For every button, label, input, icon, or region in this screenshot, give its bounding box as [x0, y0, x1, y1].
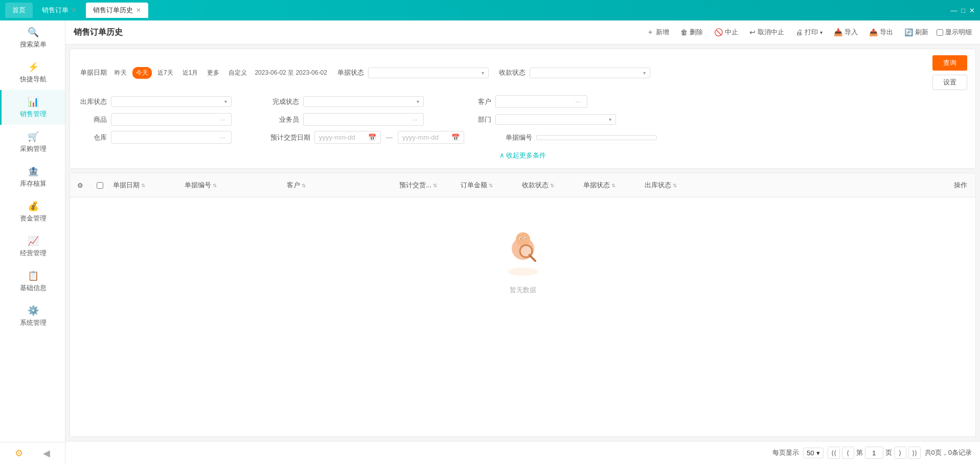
date-btn-1month[interactable]: 近1月	[179, 67, 202, 79]
display-detail-checkbox[interactable]	[937, 29, 943, 36]
filter-area: 单据日期 昨天 今天 近7天 近1月 更多 自定义 2023-06-02 至 2…	[70, 49, 976, 169]
table-select-all-checkbox[interactable]	[97, 182, 103, 189]
sidebar-item-basic-info[interactable]: 📋 基础信息	[0, 264, 65, 299]
complete-status-select[interactable]: ▾	[303, 96, 424, 107]
page-first-button[interactable]: ⟨⟨	[828, 447, 840, 459]
tab-home[interactable]: 首页	[5, 3, 33, 18]
page-next-button[interactable]: ⟩	[894, 447, 906, 459]
page-last-button[interactable]: ⟩⟩	[908, 447, 921, 459]
th-customer[interactable]: 客户 ⇅	[283, 178, 395, 193]
sidebar: 🔍 搜索菜单 ⚡ 快捷导航 📊 销售管理 🛒 采购管理 🏦 库存核算 💰 资金管…	[0, 20, 65, 464]
sidebar-item-operation-mgmt[interactable]: 📈 经营管理	[0, 229, 65, 264]
svg-point-5	[520, 238, 521, 239]
system-mgmt-icon: ⚙️	[28, 305, 39, 316]
page-size-select[interactable]: 50 ▾	[803, 448, 823, 458]
stop-button[interactable]: 🚫 中止	[711, 26, 741, 39]
warehouse-input[interactable]: ···	[111, 131, 232, 144]
stock-out-select[interactable]: ▾	[111, 96, 232, 107]
page-title: 销售订单历史	[74, 27, 123, 38]
customer-input[interactable]: ···	[495, 95, 587, 108]
page-nav: ⟨⟨ ⟨ 第 页 ⟩ ⟩⟩	[828, 447, 921, 459]
sidebar-item-fund-mgmt-label: 资金管理	[20, 214, 47, 223]
collapse-button[interactable]: ∧ 收起更多条件	[78, 149, 967, 162]
th-stock-out[interactable]: 出库状态 ⇅	[641, 178, 702, 193]
th-stock-out-sort-icon: ⇅	[673, 183, 677, 188]
toolbar: ＋ 新增 🗑 删除 🚫 中止 ↩ 取消中止 🖨 打印	[644, 26, 972, 39]
settings-button[interactable]: 设置	[932, 75, 967, 90]
salesperson-input[interactable]: ···	[303, 113, 424, 126]
sidebar-settings-icon[interactable]: ⚙	[15, 448, 23, 459]
tab-sales-order-history[interactable]: 销售订单历史 ✕	[86, 3, 148, 18]
top-bar: 首页 销售订单 ✕ 销售订单历史 ✕ — □ ✕	[0, 0, 980, 20]
delete-label: 删除	[690, 28, 703, 37]
date-btn-yesterday[interactable]: 昨天	[111, 67, 130, 79]
delivery-date-end-input[interactable]: yyyy-mm-dd 📅	[398, 131, 464, 144]
th-settings[interactable]: ⚙	[70, 179, 90, 192]
window-minimize-icon[interactable]: —	[950, 7, 957, 14]
bill-status-select[interactable]: ▾	[368, 68, 489, 78]
query-button[interactable]: 查询	[932, 55, 967, 71]
print-button[interactable]: 🖨 打印	[792, 26, 826, 39]
bill-no-input[interactable]	[536, 135, 657, 140]
date-btn-7days[interactable]: 近7天	[154, 67, 177, 79]
th-payment-status-label: 收款状态	[522, 181, 549, 190]
sidebar-item-system-mgmt[interactable]: ⚙️ 系统管理	[0, 299, 65, 334]
window-maximize-icon[interactable]: □	[961, 7, 965, 14]
th-number[interactable]: 单据编号 ⇅	[180, 178, 283, 193]
sidebar-item-search-menu[interactable]: 🔍 搜索菜单	[0, 20, 65, 55]
page-number-input[interactable]	[865, 447, 883, 459]
delivery-date-start-input[interactable]: yyyy-mm-dd 📅	[314, 131, 381, 144]
bill-status-label: 单据状态	[335, 68, 364, 77]
warehouse-dots-icon[interactable]: ···	[217, 134, 227, 141]
filter-complete-status: 完成状态 ▾	[270, 96, 424, 107]
sidebar-item-quick-nav[interactable]: ⚡ 快捷导航	[0, 55, 65, 90]
date-btn-more[interactable]: 更多	[203, 67, 223, 79]
tab-sales-order-close[interactable]: ✕	[72, 7, 77, 14]
table-settings-icon[interactable]: ⚙	[77, 182, 83, 189]
sidebar-bottom: ⚙ ◀	[0, 442, 65, 464]
dept-select[interactable]: ▾	[495, 114, 616, 125]
delivery-date-end-value: yyyy-mm-dd	[402, 134, 439, 141]
total-text: 共0页，0条记录	[925, 448, 972, 457]
th-payment-status[interactable]: 收款状态 ⇅	[518, 178, 579, 193]
th-delivery[interactable]: 预计交货... ⇅	[395, 178, 457, 193]
sales-mgmt-icon: 📊	[28, 96, 39, 107]
tab-sales-order-history-close[interactable]: ✕	[136, 7, 141, 14]
window-close-icon[interactable]: ✕	[969, 7, 975, 14]
page-size-value: 50	[807, 449, 814, 457]
th-amount[interactable]: 订单金额 ⇅	[457, 178, 518, 193]
payment-status-select[interactable]: ▾	[530, 68, 650, 78]
import-button[interactable]: 📥 导入	[831, 26, 861, 39]
goods-input[interactable]: ···	[111, 113, 232, 126]
sidebar-item-sales-mgmt[interactable]: 📊 销售管理	[0, 90, 65, 125]
delete-button[interactable]: 🗑 删除	[677, 26, 706, 39]
sidebar-collapse-icon[interactable]: ◀	[43, 448, 50, 459]
bill-status-arrow-icon: ▾	[482, 70, 484, 76]
th-bill-status[interactable]: 单据状态 ⇅	[579, 178, 641, 193]
salesperson-dots-icon[interactable]: ···	[409, 116, 419, 123]
date-btn-custom[interactable]: 自定义	[225, 67, 250, 79]
th-date[interactable]: 单据日期 ⇅	[109, 178, 180, 193]
filter-payment-status: 收款状态 ▾	[497, 68, 650, 78]
goods-dots-icon[interactable]: ···	[217, 116, 227, 123]
refresh-button[interactable]: 🔄 刷新	[901, 26, 931, 39]
tab-sales-order[interactable]: 销售订单 ✕	[35, 3, 84, 18]
sidebar-item-fund-mgmt[interactable]: 💰 资金管理	[0, 194, 65, 229]
filter-stock-out: 出库状态 ▾	[78, 96, 232, 107]
inventory-check-icon: 🏦	[28, 166, 39, 177]
sidebar-item-inventory-check[interactable]: 🏦 库存核算	[0, 160, 65, 194]
new-button[interactable]: ＋ 新增	[644, 26, 672, 39]
page-prev-button[interactable]: ⟨	[842, 447, 854, 459]
tab-sales-order-label: 销售订单	[42, 6, 69, 15]
export-button[interactable]: 📤 导出	[866, 26, 896, 39]
sidebar-item-purchase-mgmt[interactable]: 🛒 采购管理	[0, 125, 65, 160]
display-detail-toggle[interactable]: 显示明细	[937, 28, 972, 37]
complete-status-label: 完成状态	[270, 97, 299, 106]
th-bill-status-sort-icon: ⇅	[611, 183, 616, 188]
date-btn-today[interactable]: 今天	[132, 67, 152, 79]
cancel-stop-button[interactable]: ↩ 取消中止	[746, 26, 787, 39]
th-checkbox[interactable]	[90, 179, 109, 192]
customer-dots-icon[interactable]: ···	[573, 98, 583, 105]
stop-icon: 🚫	[714, 28, 723, 36]
sidebar-item-purchase-mgmt-label: 采购管理	[20, 144, 47, 153]
